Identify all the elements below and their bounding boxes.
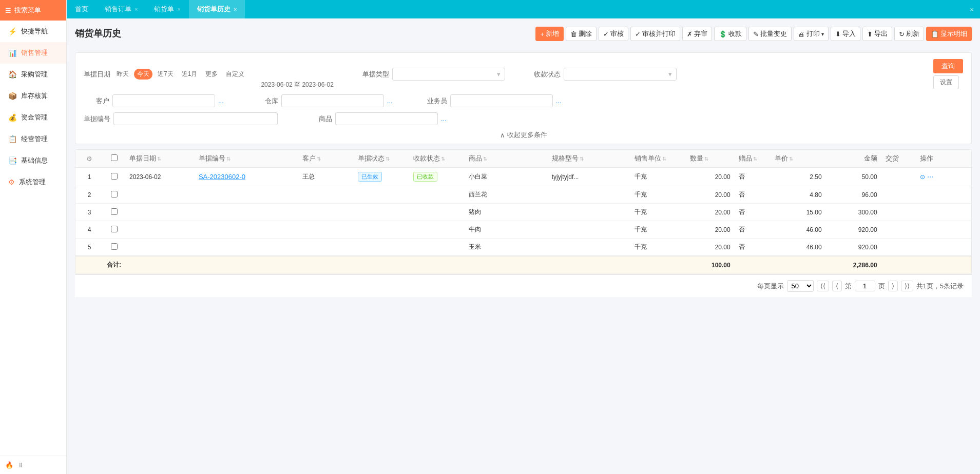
sidebar-item-basic-info[interactable]: 📑 基础信息	[0, 150, 66, 171]
sidebar: ☰ 搜索菜单 ⚡ 快捷导航 📊 销售管理 🏠 采购管理 📦 库存核算 💰 资金管…	[0, 0, 67, 474]
row-checkbox[interactable]	[111, 208, 118, 215]
print-button[interactable]: 🖨 打印 ▾	[794, 27, 829, 41]
th-gift[interactable]: 赠品 ⇅	[735, 150, 771, 168]
collapse-button[interactable]: ∧ 收起更多条件	[84, 130, 963, 140]
customer-ellipsis[interactable]: ...	[218, 97, 224, 105]
th-qty[interactable]: 数量 ⇅	[686, 150, 734, 168]
first-page-button[interactable]: ⟨⟨	[817, 281, 829, 291]
doc-no-link[interactable]: SA-20230602-0	[199, 173, 245, 181]
settings-button[interactable]: 设置	[933, 75, 959, 89]
sidebar-item-quick-nav[interactable]: ⚡ 快捷导航	[0, 21, 66, 42]
query-area: 查询 设置	[933, 59, 963, 89]
import-button[interactable]: ⬇ 导入	[831, 27, 860, 41]
export-button[interactable]: ⬆ 导出	[862, 27, 892, 41]
add-button[interactable]: + 新增	[535, 27, 564, 41]
select-all-checkbox[interactable]	[111, 154, 118, 161]
basic-info-icon: 📑	[8, 156, 17, 165]
doc-no-input[interactable]	[113, 112, 278, 125]
sidebar-item-sys-mgmt[interactable]: ⚙ 系统管理	[0, 171, 66, 193]
th-unit[interactable]: 销售单位 ⇅	[630, 150, 686, 168]
row-spec: tyjyjtyjdf...	[548, 168, 631, 186]
audit-button[interactable]: ✓ 审核	[599, 27, 628, 41]
collect-button[interactable]: 💲 收款	[714, 27, 746, 41]
th-doc-date[interactable]: 单据日期 ⇅	[125, 150, 195, 168]
row-check[interactable]	[103, 168, 125, 186]
doc-type-select[interactable]: ▾	[392, 68, 505, 81]
th-customer-label: 客户	[302, 154, 316, 163]
tab-sales-delivery[interactable]: 销货单 ×	[146, 0, 188, 18]
row-spec	[548, 204, 631, 221]
page-number-input[interactable]	[855, 281, 875, 291]
row-check[interactable]	[103, 221, 125, 239]
warehouse-input[interactable]	[281, 94, 384, 107]
row-qty: 20.00	[686, 221, 734, 239]
row-unit: 千克	[630, 239, 686, 256]
row-checkbox[interactable]	[111, 226, 118, 232]
th-goods[interactable]: 商品 ⇅	[465, 150, 548, 168]
row-checkbox[interactable]	[111, 243, 118, 250]
pause-icon[interactable]: ⏸	[17, 461, 24, 469]
date-shortcut-yesterday[interactable]: 昨天	[113, 69, 132, 80]
date-shortcut-1month[interactable]: 近1月	[179, 69, 201, 80]
sidebar-header[interactable]: ☰ 搜索菜单	[0, 0, 66, 21]
discard-button[interactable]: ✗ 弃审	[682, 27, 712, 41]
batch-change-button[interactable]: ✎ 批量变更	[748, 27, 792, 41]
sidebar-item-sales-mgmt[interactable]: 📊 销售管理	[0, 42, 66, 64]
tab-sales-history-close[interactable]: ×	[234, 6, 237, 12]
row-price: 15.00	[771, 204, 826, 221]
row-check[interactable]	[103, 186, 125, 204]
sidebar-item-inventory[interactable]: 📦 库存核算	[0, 85, 66, 107]
warehouse-ellipsis[interactable]: ...	[387, 97, 393, 105]
print-label: 打印	[806, 29, 820, 38]
settings-gear-icon[interactable]: ⚙	[86, 155, 92, 163]
audit-print-button[interactable]: ✓ 审核并打印	[630, 27, 680, 41]
goods-ellipsis[interactable]: ...	[441, 115, 447, 123]
date-shortcut-today[interactable]: 今天	[134, 69, 152, 80]
date-shortcut-custom[interactable]: 自定义	[223, 69, 247, 80]
more-action-button[interactable]: ⋯	[927, 173, 933, 181]
query-button[interactable]: 查询	[933, 59, 963, 73]
row-check[interactable]	[103, 239, 125, 256]
tab-sales-delivery-close[interactable]: ×	[177, 6, 180, 12]
fire-icon[interactable]: 🔥	[5, 461, 13, 469]
pay-status-select[interactable]: ▾	[564, 68, 677, 81]
sidebar-item-finance[interactable]: 💰 资金管理	[0, 107, 66, 128]
salesman-input[interactable]	[450, 94, 553, 107]
prev-page-button[interactable]: ⟨	[832, 281, 842, 291]
tab-close-all[interactable]: ×	[970, 6, 980, 13]
date-shortcut-more[interactable]: 更多	[202, 69, 221, 80]
row-customer	[298, 186, 354, 204]
date-shortcut-7days[interactable]: 近7天	[155, 69, 177, 80]
th-doc-no[interactable]: 单据编号 ⇅	[195, 150, 298, 168]
view-action-button[interactable]: ⊙	[920, 173, 925, 181]
tab-home[interactable]: 首页	[67, 0, 97, 18]
customer-input[interactable]	[112, 94, 215, 107]
th-pay-status[interactable]: 收款状态 ⇅	[409, 150, 465, 168]
row-checkbox[interactable]	[111, 191, 118, 198]
row-customer	[298, 239, 354, 256]
salesman-ellipsis[interactable]: ...	[556, 97, 562, 105]
show-detail-button[interactable]: 📋 显示明细	[926, 27, 972, 41]
row-num: 1	[75, 168, 103, 186]
th-price[interactable]: 单价 ⇅	[771, 150, 826, 168]
tab-sales-order[interactable]: 销售订单 ×	[97, 0, 146, 18]
refresh-button[interactable]: ↻ 刷新	[894, 27, 924, 41]
next-page-button[interactable]: ⟩	[888, 281, 898, 291]
goods-input[interactable]	[335, 112, 438, 125]
th-check[interactable]	[103, 150, 125, 168]
th-spec[interactable]: 规格型号 ⇅	[548, 150, 631, 168]
th-trade: 交货	[881, 150, 916, 168]
per-page-select[interactable]: 50 20 100 200	[787, 280, 814, 292]
delete-button[interactable]: 🗑 删除	[566, 27, 597, 41]
th-doc-status[interactable]: 单据状态 ⇅	[354, 150, 409, 168]
th-settings[interactable]: ⚙	[75, 150, 103, 168]
row-check[interactable]	[103, 204, 125, 221]
tab-sales-history[interactable]: 销货单历史 ×	[189, 0, 245, 18]
row-checkbox[interactable]	[111, 173, 118, 180]
sidebar-item-purchase-mgmt[interactable]: 🏠 采购管理	[0, 64, 66, 85]
sidebar-item-operations[interactable]: 📋 经营管理	[0, 128, 66, 150]
tab-sales-order-close[interactable]: ×	[134, 6, 138, 12]
th-customer[interactable]: 客户 ⇅	[298, 150, 354, 168]
refresh-icon: ↻	[899, 30, 905, 38]
last-page-button[interactable]: ⟩⟩	[901, 281, 913, 291]
